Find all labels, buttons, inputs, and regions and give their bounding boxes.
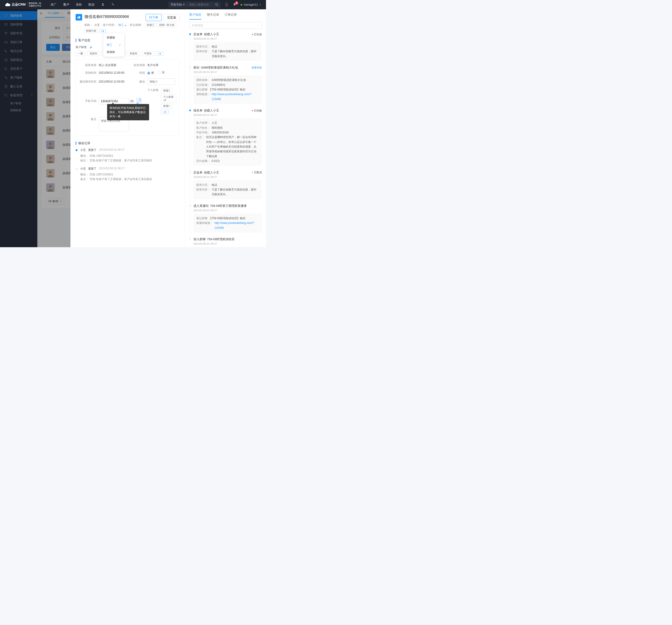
tl-title: 定金单 xyxy=(193,171,202,175)
ptag: 个人标签12 xyxy=(161,95,176,102)
user-icon[interactable] xyxy=(101,3,105,7)
tag: 一般 xyxy=(76,51,86,56)
svg-point-0 xyxy=(216,3,217,5)
order-button[interactable]: 代下单 xyxy=(146,14,162,21)
log-dot xyxy=(76,168,77,170)
tl-title: 报名单 xyxy=(193,108,202,112)
tl-time: 2021/01/30 01:38:27 xyxy=(193,71,262,73)
nav-customer[interactable]: 客户 xyxy=(63,3,69,7)
activity-filter-select[interactable]: 全部动态⌄ xyxy=(189,22,262,29)
timeline-item: 购买4399理财课进阶课程大礼包查看详情2021/01/30 01:38:27课… xyxy=(189,66,262,108)
search-button[interactable] xyxy=(213,3,220,6)
timeline-dot xyxy=(189,33,191,35)
timeline-dot xyxy=(189,205,191,207)
tl-title: 进入直播间 xyxy=(193,204,209,208)
svg-point-3 xyxy=(226,5,227,6)
global-search: 手机号码▼ xyxy=(168,2,220,8)
top-nav: 推广 客户 质检 数据 xyxy=(51,3,115,7)
building-icon xyxy=(76,14,82,21)
tl-value: 4399理财课进阶课程大礼包 xyxy=(212,78,259,82)
group-chip: 群聊六群 xyxy=(85,29,98,33)
timeline-item: 进入直播间759-59班第三期理财直播课2021/01/30 01:38:27通… xyxy=(189,204,262,237)
timeline-dot xyxy=(189,172,191,173)
dd-option[interactable]: 张三✓ xyxy=(103,41,124,49)
tl-title: 购买 xyxy=(193,66,199,70)
dd-option[interactable]: 俱保咏 xyxy=(103,49,124,56)
wechat-input[interactable] xyxy=(147,78,175,85)
nav-data[interactable]: 数据 xyxy=(89,3,95,7)
tl-status: 已完成 xyxy=(252,33,262,36)
topbar: 云朵CRM 教育机构一站式服务云平台 推广 客户 质检 数据 手机号码▼ 5 m… xyxy=(0,0,266,9)
svg-line-1 xyxy=(217,5,218,6)
manager-select[interactable]: 张三 ▲ xyxy=(118,23,127,27)
timeline-dot xyxy=(189,238,191,240)
tl-title: 加入群聊 xyxy=(193,237,206,241)
tab-orders[interactable]: 订单记录 xyxy=(225,12,237,20)
sex-female-radio[interactable]: 女 xyxy=(158,70,165,74)
ptags-more[interactable]: +4 xyxy=(161,110,169,114)
timeline-item: 定金单创建人小王已完成2020/01/30 01:38:27跟单方式：电话跟单内… xyxy=(189,32,262,66)
tab-activity[interactable]: 客户动态 xyxy=(189,12,201,20)
phone-icon[interactable] xyxy=(111,3,115,7)
log-time: 2021/01/30 01:38:27 xyxy=(99,148,125,152)
phone-tooltip: 查询到此手机号码在系统中已存在，可以将两条客户数据合并为一条 xyxy=(107,104,149,120)
tl-value: 电话 xyxy=(212,44,259,49)
customer-drawer: 微信名称6789990000966 代下单 交定金 昵称：小王 客户经理：张三 … xyxy=(70,9,266,247)
drawer-title: 微信名称6789990000966 xyxy=(85,14,129,19)
deposit-button[interactable]: 交定金 xyxy=(164,14,180,21)
tl-time: 2020/01/30 01:38:27 xyxy=(193,37,262,40)
source-value: 线上-北京昱新 xyxy=(99,63,128,67)
nav-promo[interactable]: 推广 xyxy=(51,3,57,7)
tl-value: 但无论是哪种类型用户，都一定会有同种共性——好奇心。好奇心足以牵引着一个人对所产… xyxy=(206,135,259,158)
search-input[interactable] xyxy=(187,3,213,6)
ptag: 标签1 xyxy=(161,103,172,108)
log-dot xyxy=(76,149,77,151)
dd-option[interactable]: 师馨薇 xyxy=(103,34,124,41)
tl-time: 2021/01/30 01:38:27 xyxy=(193,209,262,212)
log-user: 小王 xyxy=(80,148,86,152)
tab-chat[interactable]: 聊天记录 xyxy=(207,12,219,20)
tl-value: 电话 xyxy=(212,183,259,187)
tl-value: 【759-59班理财训练营】购买 xyxy=(209,216,259,221)
section-customer-info: 客户信息 xyxy=(78,38,90,43)
tag: 中意向 xyxy=(142,51,154,56)
timeline-item: 定金单创建人小王已取消2020/01/30 01:38:27跟单方式：电话跟单内… xyxy=(189,171,262,204)
search-type-select[interactable]: 手机号码▼ xyxy=(168,3,187,7)
view-detail-link[interactable]: 查看详情 xyxy=(251,66,262,70)
tags-more[interactable]: +4 xyxy=(156,52,164,56)
timeline-item: 报名单创建人小王已失败2020/01/30 01:38:27客户经理：小王客户姓… xyxy=(189,108,262,171)
tl-value: 19833528160 xyxy=(212,130,259,135)
timeline-dot xyxy=(189,109,191,111)
tl-time: 2020/01/30 01:38:27 xyxy=(193,114,262,116)
tl-status: 已取消 xyxy=(252,171,262,174)
tl-value: 2218989元 xyxy=(212,82,259,87)
mobile-icon[interactable] xyxy=(225,3,229,6)
tl-value: 0.01元 xyxy=(212,158,259,163)
friend-source-value: 名片分享 xyxy=(147,63,176,67)
nav-qc[interactable]: 质检 xyxy=(76,3,82,7)
contacts-icon[interactable] xyxy=(129,100,133,103)
section-change-log: 修改记录 xyxy=(78,141,90,145)
tl-value: 唔吃唔吃 xyxy=(212,125,259,130)
log-time: 2021/01/30 01:38:27 xyxy=(99,167,125,171)
tl-value: 只是了解在线教育方面的信息，暂时无购买意向。 xyxy=(212,49,259,58)
tl-time: 2020/01/30 01:38:27 xyxy=(193,176,262,178)
timeline-item: 加入群聊759-59班理财训练营2021/01/30 01:38:27入群方式：… xyxy=(189,237,262,247)
edit-icon[interactable] xyxy=(90,46,93,49)
log-user: 小王 xyxy=(80,167,86,171)
tags-label: 客户标签 xyxy=(76,45,87,49)
user-menu[interactable]: manager11▼ xyxy=(241,3,261,6)
group-more[interactable]: +4 xyxy=(99,29,106,33)
group-chip: 群聊一群大群 xyxy=(158,23,176,27)
tl-value: 【759-59班理财训练营】购买 xyxy=(209,87,259,92)
tl-value: 只是了解在线教育方面的信息，暂时无购买意向。 xyxy=(212,187,259,197)
logo: 云朵CRM 教育机构一站式服务云平台 xyxy=(5,2,41,8)
timeline-dot xyxy=(189,67,191,68)
tl-value[interactable]: http://www.yunduoketang.com/?123456 xyxy=(214,221,259,230)
sex-male-radio[interactable]: 男 xyxy=(147,71,154,75)
tag: 高意向 xyxy=(87,51,100,56)
tl-status: 已失败 xyxy=(252,109,262,112)
bell-icon[interactable]: 5 xyxy=(233,3,236,6)
cloud-icon xyxy=(5,2,11,8)
tl-value[interactable]: http://www.yunduoketang.com/?123456 xyxy=(212,92,259,101)
